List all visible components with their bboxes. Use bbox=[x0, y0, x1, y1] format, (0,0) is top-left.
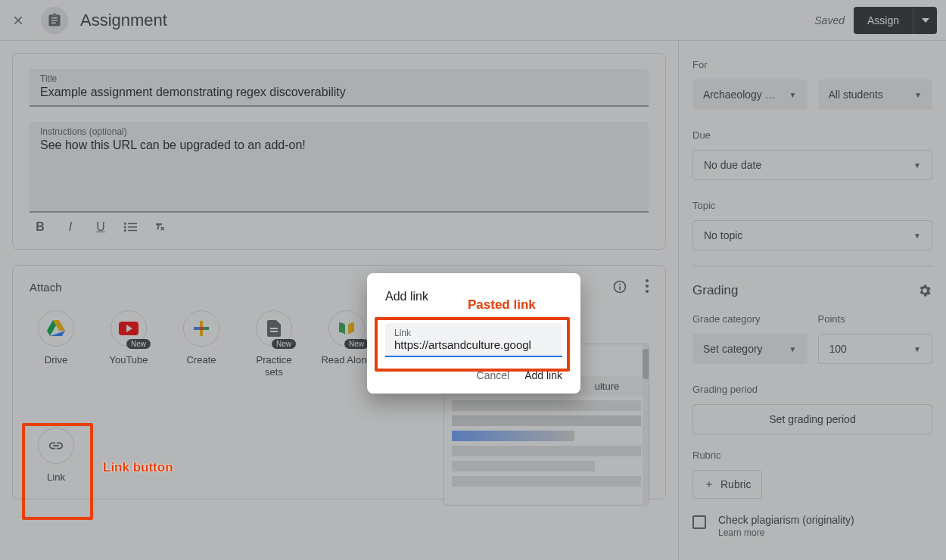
cancel-button[interactable]: Cancel bbox=[477, 369, 510, 381]
link-input-value: https://artsandculture.googl bbox=[394, 338, 553, 351]
add-link-dialog: Add link Link https://artsandculture.goo… bbox=[367, 273, 580, 394]
link-input-label: Link bbox=[394, 328, 553, 338]
annotation-text-link-button: Link button bbox=[103, 460, 173, 475]
link-input[interactable]: Link https://artsandculture.googl bbox=[385, 323, 562, 357]
add-link-button[interactable]: Add link bbox=[524, 369, 562, 381]
annotation-text-pasted-link: Pasted link bbox=[468, 297, 536, 313]
